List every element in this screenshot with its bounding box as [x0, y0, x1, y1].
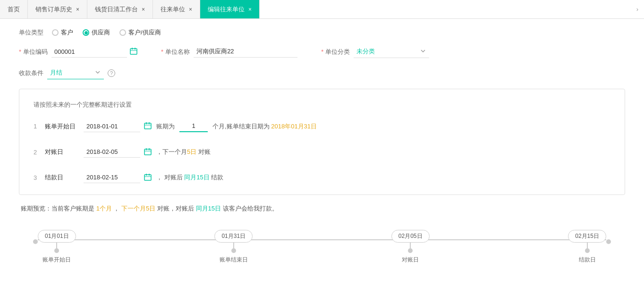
timeline-items: 01月01日 账单开始日 01月31日 账单结束日 02月05日 对账日: [38, 230, 606, 264]
unit-type-radio-group: 客户 供应商 客户/供应商: [52, 28, 161, 37]
timeline-dot-4: [585, 248, 590, 253]
timeline-connector-1: [56, 243, 57, 248]
unit-code-input[interactable]: [51, 46, 127, 58]
period-payment-calendar-icon[interactable]: [144, 173, 152, 182]
period-field-label-1: 账单开始日: [45, 122, 78, 131]
dropdown-icon: [420, 48, 426, 56]
period-box-title: 请按照未来的一个完整帐期进行设置: [34, 101, 610, 109]
preview-suffix: 该客户会给我打款。: [223, 205, 278, 212]
timeline-connector-3: [410, 243, 411, 248]
tab-edit-partner[interactable]: 编辑往来单位 ×: [200, 0, 260, 18]
preview-text: 账期预览：当前客户账期是 1个月 ， 下一个月5日 对账，对账后 同月15日 该…: [19, 204, 625, 213]
radio-supplier-label: 供应商: [92, 28, 110, 37]
timeline-right-dot: [606, 239, 611, 244]
tab-cash-work-label: 钱货日清工作台: [95, 5, 138, 14]
timeline: 01月01日 账单开始日 01月31日 账单结束日 02月05日 对账日: [19, 224, 625, 249]
timeline-badge-3: 02月05日: [391, 230, 430, 243]
period-settings-box: 请按照未来的一个完整帐期进行设置 1 账单开始日 账期为 个月,账单结束日期为 …: [19, 89, 625, 195]
unit-name-input[interactable]: [194, 46, 297, 58]
period-row-3: 3 结款日 ， 对账后 同月15日 结款: [34, 172, 610, 183]
preview-highlight3: 同月15日: [196, 205, 221, 212]
period-start-date-input[interactable]: [84, 121, 140, 132]
unit-info-row: * 单位编码 * 单位名称 * 单位分类 未分类: [19, 45, 625, 58]
radio-both-label: 客户/供应商: [128, 28, 161, 37]
timeline-line: 01月01日 账单开始日 01月31日 账单结束日 02月05日 对账日: [38, 239, 606, 240]
preview-highlight1: 1个月: [96, 205, 112, 212]
period-start-calendar-icon[interactable]: [144, 122, 152, 131]
help-icon[interactable]: ?: [108, 69, 115, 77]
tab-bar: 首页 销售订单历史 × 钱货日清工作台 × 往来单位 × 编辑往来单位 × ›: [0, 0, 644, 19]
period-num-2: 2: [34, 149, 45, 156]
tab-home[interactable]: 首页: [0, 0, 28, 18]
svg-rect-12: [144, 175, 151, 180]
radio-customer-label: 客户: [61, 28, 73, 37]
timeline-badge-1: 01月01日: [38, 230, 76, 243]
period-desc-3: ， 对账后 同月15日 结款: [156, 173, 223, 182]
payment-condition-value: 月结: [50, 68, 93, 77]
timeline-dot-1: [54, 248, 59, 253]
tab-expand-button[interactable]: ›: [631, 0, 644, 18]
svg-rect-8: [144, 149, 151, 155]
timeline-item-3: 02月05日 对账日: [391, 230, 430, 264]
timeline-item-1: 01月01日 账单开始日: [38, 230, 76, 264]
payment-condition-row: 收款条件 月结 ?: [19, 67, 625, 79]
unit-category-select[interactable]: 未分类: [354, 45, 429, 58]
unit-category-label: 单位分类: [325, 48, 350, 56]
timeline-badge-4: 02月15日: [568, 230, 606, 243]
period-num-1: 1: [34, 123, 45, 130]
preview-prefix: 账期预览：当前客户账期是: [21, 205, 94, 212]
period-end-date: 2018年01月31日: [271, 123, 317, 130]
timeline-badge-2: 01月31日: [214, 230, 253, 243]
unit-category-required: *: [321, 48, 323, 55]
timeline-item-4: 02月15日 结款日: [568, 230, 606, 264]
unit-code-group: * 单位编码: [19, 46, 137, 58]
radio-both-circle: [119, 29, 126, 36]
timeline-connector-4: [587, 243, 588, 248]
unit-type-row: 单位类型 客户 供应商 客户/供应商: [19, 28, 625, 37]
period-row-2: 2 对账日 ，下一个月5日 对账: [34, 146, 610, 158]
tab-edit-partner-close[interactable]: ×: [248, 7, 252, 12]
tab-cash-work[interactable]: 钱货日清工作台 ×: [87, 0, 153, 18]
period-num-3: 3: [34, 174, 45, 181]
radio-customer[interactable]: 客户: [52, 28, 73, 37]
payment-condition-select[interactable]: 月结: [47, 67, 104, 79]
timeline-dot-3: [408, 248, 413, 253]
timeline-dot-2: [231, 248, 236, 253]
period-payment-date-input[interactable]: [84, 172, 140, 183]
main-content: 单位类型 客户 供应商 客户/供应商 * 单位编码: [0, 19, 644, 287]
timeline-item-2: 01月31日 账单结束日: [214, 230, 253, 264]
period-unit-1: 个月,账单结束日期为 2018年01月31日: [212, 122, 317, 131]
period-desc-2: ，下一个月5日 对账: [156, 148, 211, 156]
calendar-icon[interactable]: [130, 47, 137, 56]
tab-partner-close[interactable]: ×: [189, 7, 192, 12]
radio-both[interactable]: 客户/供应商: [119, 28, 161, 37]
timeline-left-dot: [33, 239, 38, 244]
timeline-label-1: 账单开始日: [42, 256, 71, 264]
tab-sales-history-label: 销售订单历史: [35, 5, 72, 14]
tab-sales-history-close[interactable]: ×: [76, 7, 79, 12]
tab-partner[interactable]: 往来单位 ×: [153, 0, 200, 18]
tab-edit-partner-label: 编辑往来单位: [208, 5, 245, 14]
period-row-1: 1 账单开始日 账期为 个月,账单结束日期为 2018年01月31日: [34, 120, 610, 132]
radio-supplier[interactable]: 供应商: [83, 28, 110, 37]
unit-name-required: *: [161, 48, 163, 55]
preview-mid1: ，: [113, 205, 119, 212]
chevron-right-icon: ›: [636, 6, 638, 13]
period-reconcile-calendar-icon[interactable]: [144, 148, 152, 157]
period-months-input[interactable]: [179, 120, 208, 132]
tab-home-label: 首页: [8, 5, 20, 14]
radio-supplier-circle: [83, 29, 89, 36]
unit-category-value: 未分类: [356, 47, 418, 56]
radio-customer-circle: [52, 29, 59, 36]
unit-code-label: 单位编码: [23, 48, 48, 56]
unit-type-label: 单位类型: [19, 28, 43, 37]
period-field-label-2: 对账日: [45, 148, 78, 156]
period-field-label-3: 结款日: [45, 173, 78, 182]
tab-sales-history[interactable]: 销售订单历史 ×: [28, 0, 87, 18]
unit-category-group: * 单位分类 未分类: [321, 45, 429, 58]
payment-condition-label: 收款条件: [19, 69, 43, 77]
tab-cash-work-close[interactable]: ×: [142, 7, 145, 12]
payment-dropdown-icon: [94, 69, 101, 77]
period-reconcile-date-input[interactable]: [84, 146, 140, 158]
unit-code-required: *: [19, 48, 21, 55]
